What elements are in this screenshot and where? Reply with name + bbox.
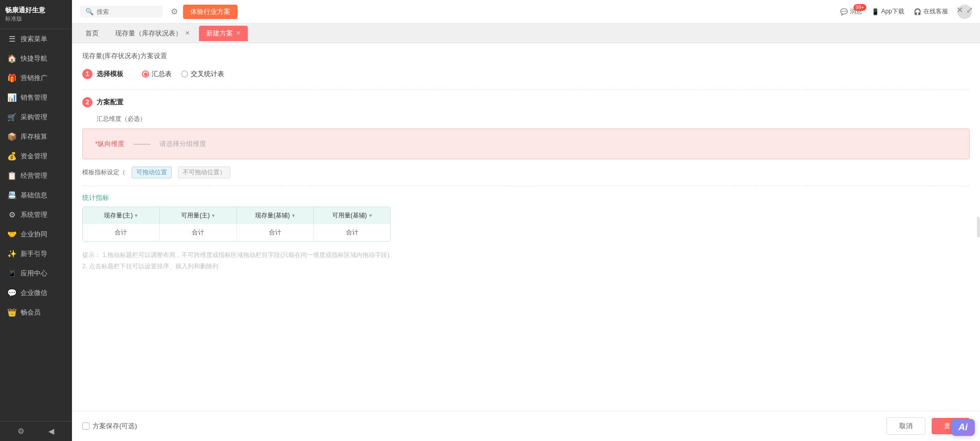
message-btn[interactable]: 💬 消息 99+ xyxy=(840,7,862,16)
sidebar-item-system[interactable]: ⚙ 系统管理 xyxy=(0,205,72,225)
inventory-icon: 📦 xyxy=(7,132,16,141)
section1-header: 1 选择模板 汇总表 交叉统计表 xyxy=(82,69,970,79)
template-options: 汇总表 交叉统计表 xyxy=(142,69,224,79)
stats-cell-4: 合计 xyxy=(314,224,390,241)
sidebar-item-operations[interactable]: 📋 经营管理 xyxy=(0,166,72,186)
sidebar-item-label: 快捷导航 xyxy=(21,54,47,63)
ai-badge[interactable]: Ai xyxy=(951,419,975,436)
stats-col-2[interactable]: 可用量(主) ▾ xyxy=(160,207,237,224)
sidebar-item-enterprise[interactable]: 🤝 企业协同 xyxy=(0,225,72,244)
tip-2: 2. 点击标题栏下拉可以设置排序、插入列和删除列 xyxy=(82,261,970,272)
tab-inventory-close[interactable]: ✕ xyxy=(185,30,190,36)
dimension-placeholder: 请选择分组维度 xyxy=(159,139,206,149)
stats-cell-2: 合计 xyxy=(160,224,237,241)
sidebar-item-marketing[interactable]: 🎁 营销推广 xyxy=(0,68,72,88)
sidebar-item-member[interactable]: 👑 畅会员 xyxy=(0,303,72,322)
sidebar-item-label: 采购管理 xyxy=(21,113,47,122)
stats-col-3[interactable]: 现存量(基辅) ▾ xyxy=(237,207,314,224)
search-box[interactable]: 🔍 xyxy=(80,6,162,17)
dimension-box[interactable]: *纵向维度 —— 请选择分组维度 xyxy=(82,128,970,159)
finance-icon: 💰 xyxy=(7,152,16,161)
chevron-down-icon-4: ▾ xyxy=(369,212,372,219)
sidebar-item-search-menu[interactable]: ☰ 搜索菜单 xyxy=(0,29,72,49)
stats-col-3-label: 现存量(基辅) xyxy=(255,211,290,220)
radio-cross[interactable]: 交叉统计表 xyxy=(181,69,224,79)
sidebar-item-label: 搜索菜单 xyxy=(21,34,47,44)
sidebar-item-label: 应用中心 xyxy=(21,269,47,278)
tab-home-label: 首页 xyxy=(85,29,99,38)
sidebar-item-quick-nav[interactable]: 🏠 快捷导航 xyxy=(0,49,72,68)
sidebar-logo: 畅康通好生意 标准版 xyxy=(0,0,72,29)
sidebar-item-label: 企业微信 xyxy=(21,288,47,298)
dimension-required-label: *纵向维度 xyxy=(95,139,124,149)
section2-num: 2 xyxy=(82,97,93,107)
radio-cross-label: 交叉统计表 xyxy=(191,69,224,79)
sidebar-item-sales[interactable]: 📊 销售管理 xyxy=(0,88,72,107)
stats-table: 现存量(主) ▾ 可用量(主) ▾ 现存量(基辅) ▾ 可用量(基辅) xyxy=(82,207,391,242)
sidebar-item-app-center[interactable]: 📱 应用中心 xyxy=(0,264,72,283)
sidebar-item-base-info[interactable]: 📇 基础信息 xyxy=(0,186,72,205)
sidebar-item-label: 销售管理 xyxy=(21,93,47,102)
tab-new-plan[interactable]: 新建方案 ✕ xyxy=(199,26,248,41)
stats-col-1[interactable]: 现存量(主) ▾ xyxy=(83,207,160,224)
sidebar-item-label: 系统管理 xyxy=(21,210,47,219)
stats-section-title: 统计指标 xyxy=(82,193,970,203)
sidebar-item-wechat[interactable]: 💬 企业微信 xyxy=(0,283,72,303)
sidebar-item-label: 库存核算 xyxy=(21,132,47,141)
stats-cell-3: 合计 xyxy=(237,224,314,241)
industry-btn[interactable]: 体验行业方案 xyxy=(183,5,238,19)
base-info-icon: 📇 xyxy=(7,191,16,200)
radio-summary[interactable]: 汇总表 xyxy=(142,69,172,79)
window-expand-icon[interactable]: ⤢ xyxy=(966,5,973,15)
app-download-btn[interactable]: 📱 App下载 xyxy=(872,7,904,16)
resize-handle[interactable] xyxy=(977,217,980,237)
non-draggable-badge: 不可拖动位置） xyxy=(178,167,230,178)
save-option[interactable]: 方案保存(可选) xyxy=(82,421,137,431)
radio-cross-dot xyxy=(181,70,188,78)
search-icon: 🔍 xyxy=(85,8,94,15)
draggable-badge: 可拖动位置 xyxy=(132,167,172,178)
save-option-label: 方案保存(可选) xyxy=(93,421,137,431)
marketing-icon: 🎁 xyxy=(7,74,16,83)
sales-icon: 📊 xyxy=(7,93,16,102)
purchase-icon: 🛒 xyxy=(7,113,16,122)
save-checkbox[interactable] xyxy=(82,422,89,430)
window-close-icon[interactable]: ✕ xyxy=(956,5,963,15)
sidebar-item-finance[interactable]: 💰 资金管理 xyxy=(0,146,72,166)
chevron-down-icon-1: ▾ xyxy=(135,212,138,219)
aggregation-label: 汇总维度（必选） xyxy=(97,115,970,123)
stats-table-body: 合计 合计 合计 合计 xyxy=(83,224,390,241)
bottom-bar: 方案保存(可选) 取消 查询 xyxy=(72,411,980,441)
sidebar-item-purchase[interactable]: 🛒 采购管理 xyxy=(0,107,72,127)
radio-summary-label: 汇总表 xyxy=(152,69,172,79)
gear-icon[interactable]: ⚙ xyxy=(171,7,178,16)
sidebar-item-label: 营销推广 xyxy=(21,74,47,83)
app-version: 标准版 xyxy=(5,15,67,23)
sidebar-item-label: 企业协同 xyxy=(21,230,47,239)
topbar: 🔍 ⚙ 体验行业方案 💬 消息 99+ 📱 App下载 🎧 在线客服 xyxy=(72,0,980,24)
sidebar-nav: ☰ 搜索菜单 🏠 快捷导航 🎁 营销推广 📊 销售管理 🛒 采购管理 📦 库存核… xyxy=(0,29,72,421)
tab-inventory-status[interactable]: 现存量（库存状况表） ✕ xyxy=(108,26,197,41)
section1-title: 选择模板 xyxy=(97,69,123,79)
customer-service-btn[interactable]: 🎧 在线客服 xyxy=(914,7,948,16)
new-guide-icon: ✨ xyxy=(7,249,16,259)
sidebar-item-new-guide[interactable]: ✨ 新手引导 xyxy=(0,244,72,264)
enterprise-icon: 🤝 xyxy=(7,230,16,239)
stats-col-4[interactable]: 可用量(基辅) ▾ xyxy=(314,207,390,224)
system-icon: ⚙ xyxy=(7,210,16,219)
page-title: 现存量(库存状况表)方案设置 xyxy=(82,51,970,61)
sidebar-item-label: 基础信息 xyxy=(21,191,47,200)
sidebar-footer: ⚙ ◀ xyxy=(0,421,72,441)
section1-num: 1 xyxy=(82,69,93,79)
tab-home[interactable]: 首页 xyxy=(78,26,106,41)
sidebar-settings-icon[interactable]: ⚙ xyxy=(17,427,24,436)
sidebar-item-inventory[interactable]: 📦 库存核算 xyxy=(0,127,72,146)
cancel-button[interactable]: 取消 xyxy=(886,417,925,435)
sidebar-collapse-icon[interactable]: ◀ xyxy=(48,427,55,436)
stats-table-header: 现存量(主) ▾ 可用量(主) ▾ 现存量(基辅) ▾ 可用量(基辅) xyxy=(83,207,390,224)
search-menu-icon: ☰ xyxy=(7,34,16,44)
radio-summary-dot xyxy=(142,70,149,78)
search-input[interactable] xyxy=(97,8,148,15)
tab-new-plan-close[interactable]: ✕ xyxy=(236,30,241,36)
app-download-label: App下载 xyxy=(881,7,904,16)
